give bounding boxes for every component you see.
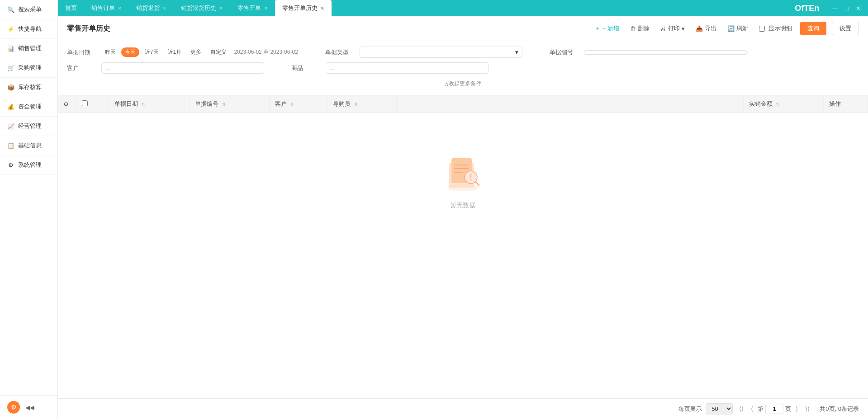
th-customer-label: 客户	[275, 100, 287, 107]
sidebar-item-basic-info[interactable]: 📋 基础信息	[0, 136, 57, 155]
display-detail-checkbox[interactable]	[759, 26, 765, 32]
sidebar-item-purchase-mgmt[interactable]: 🛒 采购管理	[0, 58, 57, 78]
sidebar-item-sys-mgmt[interactable]: ⚙ 系统管理	[0, 155, 57, 175]
sidebar-bottom: ⚙ ◀◀	[0, 395, 57, 419]
date-opt-custom[interactable]: 自定义	[207, 47, 230, 57]
th-spacer	[396, 95, 743, 113]
sort-amount-icon: ⇅	[776, 102, 779, 107]
page-title: 零售开单历史	[67, 24, 110, 33]
tab-retail-open-close[interactable]: ✕	[264, 5, 268, 11]
select-all-checkbox[interactable]	[82, 100, 88, 106]
pagination-bar: 每页显示 20 50 100 ⟨⟨ ⟨ 第 页 ⟩ ⟩⟩ 共0页, 0条记录	[58, 398, 868, 419]
last-page-button[interactable]: ⟩⟩	[802, 405, 812, 413]
th-doc-no[interactable]: 单据编号 ⇅	[189, 95, 270, 113]
sidebar-item-label: 系统管理	[18, 161, 42, 169]
doc-no-input[interactable]	[584, 50, 747, 55]
product-placeholder: ...	[330, 65, 335, 71]
tab-sales-return-history-close[interactable]: ✕	[219, 5, 223, 11]
date-options: 昨天 今天 近7天 近1月 更多 自定义 2023-06-02 至 2023-0…	[101, 47, 298, 57]
date-opt-today[interactable]: 今天	[121, 47, 139, 57]
th-settings[interactable]: ⚙	[58, 95, 76, 113]
next-page-button[interactable]: ⟩	[793, 405, 801, 413]
th-customer[interactable]: 客户 ⇅	[270, 95, 327, 113]
gear-button[interactable]: ⚙	[7, 401, 20, 414]
sidebar-item-sales-mgmt[interactable]: 📊 销售管理	[0, 39, 57, 58]
tab-sales-order[interactable]: 销售订单 ✕	[84, 0, 129, 16]
table-header-row: ⚙ 单据日期 ⇅ 单据编号 ⇅ 客户 ⇅ 导购员	[58, 95, 868, 113]
doc-no-label: 单据编号	[550, 48, 575, 56]
product-input[interactable]: ...	[326, 62, 489, 74]
prev-page-button[interactable]: ⟨	[748, 405, 756, 413]
doc-type-select[interactable]: ▾	[360, 47, 522, 58]
tab-sales-order-close[interactable]: ✕	[118, 5, 122, 11]
add-button[interactable]: ＋ + 新增	[592, 23, 622, 34]
collapse-more-btn[interactable]: ∧ 收起更多条件	[67, 78, 859, 89]
tab-retail-history-close[interactable]: ✕	[320, 5, 324, 11]
sidebar-item-label: 销售管理	[18, 44, 42, 52]
print-icon: 🖨	[660, 25, 666, 32]
sidebar-item-label: 快捷导航	[18, 25, 42, 33]
add-label: + 新增	[602, 24, 619, 33]
page-nav: ⟨⟨ ⟨ 第 页 ⟩ ⟩⟩	[736, 404, 812, 414]
th-checkbox[interactable]	[76, 95, 109, 113]
refresh-button[interactable]: 🔄 刷新	[725, 23, 751, 34]
date-opt-1month[interactable]: 近1月	[164, 47, 185, 57]
date-opt-more[interactable]: 更多	[187, 47, 205, 57]
print-dropdown-icon: ▾	[682, 25, 685, 32]
refresh-icon: 🔄	[727, 25, 735, 32]
sidebar-item-label: 库存核算	[18, 83, 42, 91]
sort-doc-no-icon: ⇅	[222, 102, 226, 107]
page-label: 第	[758, 405, 764, 413]
print-button[interactable]: 🖨 打印 ▾	[658, 23, 688, 34]
table-body: 暂无数据	[58, 113, 868, 246]
collapse-sidebar-button[interactable]: ◀◀	[25, 404, 34, 411]
per-page-label: 每页显示	[678, 405, 702, 413]
sidebar-item-label: 基础信息	[18, 141, 42, 150]
date-opt-yesterday[interactable]: 昨天	[101, 47, 119, 57]
empty-state-cell: 暂无数据	[58, 113, 868, 246]
delete-button[interactable]: 🗑 删除	[627, 23, 652, 34]
sort-customer-icon: ⇅	[290, 102, 294, 107]
sort-doc-date-icon: ⇅	[142, 102, 145, 107]
th-doc-date[interactable]: 单据日期 ⇅	[109, 95, 190, 113]
export-button[interactable]: 📤 导出	[693, 23, 719, 34]
sidebar-item-operations[interactable]: 📈 经营管理	[0, 117, 57, 136]
tab-sales-return[interactable]: 销货退货 ✕	[129, 0, 174, 16]
per-page-select[interactable]: 20 50 100	[706, 403, 733, 414]
search-icon: 🔍	[7, 6, 14, 13]
display-detail-button[interactable]: 显示明细	[756, 23, 795, 34]
sidebar-item-finance[interactable]: 💰 资金管理	[0, 97, 57, 117]
sidebar-item-quick-nav[interactable]: ⚡ 快捷导航	[0, 19, 57, 39]
empty-row: 暂无数据	[58, 113, 868, 246]
sort-guide-icon: ⇅	[354, 102, 358, 107]
th-amount[interactable]: 实销金额 ⇅	[743, 95, 824, 113]
main-content: 首页 销售订单 ✕ 销货退货 ✕ 销货退货历史 ✕ 零售开单 ✕ 零售开单历史 …	[58, 0, 868, 419]
tab-sales-return-history[interactable]: 销货退货历史 ✕	[174, 0, 230, 16]
page-input[interactable]	[765, 404, 783, 414]
close-button[interactable]: ✕	[854, 4, 863, 13]
first-page-button[interactable]: ⟨⟨	[736, 405, 746, 413]
settings-button[interactable]: 设置	[832, 22, 859, 35]
tab-retail-history[interactable]: 零售开单历史 ✕	[275, 0, 332, 16]
empty-text: 暂无数据	[450, 202, 475, 210]
svg-point-8	[470, 179, 472, 180]
collapse-label: 收起更多条件	[449, 80, 481, 88]
th-doc-no-label: 单据编号	[195, 100, 218, 107]
page-suffix: 页	[785, 405, 791, 413]
tab-retail-open[interactable]: 零售开单 ✕	[230, 0, 275, 16]
customer-input[interactable]: ...	[101, 62, 264, 74]
customer-label: 客户	[67, 64, 92, 72]
maximize-button[interactable]: □	[843, 4, 850, 13]
customer-placeholder: ...	[105, 65, 110, 71]
sidebar-item-inventory[interactable]: 📦 库存核算	[0, 78, 57, 97]
query-button[interactable]: 查询	[800, 22, 826, 35]
data-table: ⚙ 单据日期 ⇅ 单据编号 ⇅ 客户 ⇅ 导购员	[58, 95, 868, 246]
tab-sales-return-close[interactable]: ✕	[162, 5, 166, 11]
sidebar-search[interactable]: 🔍 搜索采单	[0, 0, 57, 19]
sales-icon: 📊	[7, 45, 14, 52]
date-opt-7days[interactable]: 近7天	[141, 47, 162, 57]
page-total: 共0页, 0条记录	[820, 405, 859, 413]
tab-home[interactable]: 首页	[58, 0, 84, 16]
th-guide[interactable]: 导购员 ⇅	[327, 95, 397, 113]
minimize-button[interactable]: —	[830, 4, 840, 13]
